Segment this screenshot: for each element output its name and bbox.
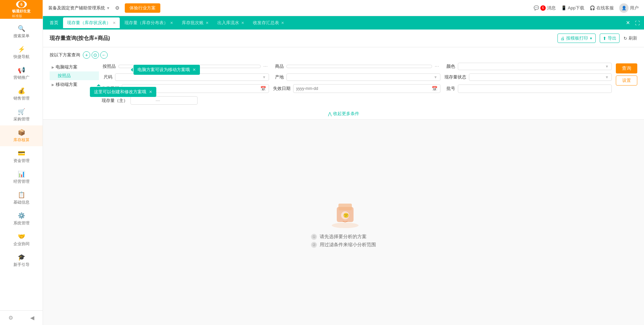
goods-more-icon[interactable]: ··· — [433, 63, 440, 69]
logo-icon: 6 — [16, 1, 27, 8]
expire-date-cal-icon[interactable]: 📅 — [432, 86, 437, 91]
collapse-row[interactable]: ⋀ 收起更多条件 — [50, 108, 637, 119]
top-header-left: 装备及固定资产辅助管理系统 ▼ ⚙ 体验行业方案 — [48, 3, 160, 13]
sidebar-item-enterprise[interactable]: 🤝 企业协同 — [0, 229, 43, 250]
svg-text:6: 6 — [20, 2, 22, 6]
tab-receive-close[interactable]: ✕ — [281, 21, 284, 25]
footer-collapse-btn[interactable]: ◀ — [30, 315, 34, 321]
tab-inv-dist-close[interactable]: ✕ — [170, 21, 173, 25]
empty-tip-1: ① 请先选择要分析的方案 — [311, 234, 376, 240]
back-scheme-btn[interactable]: ← — [100, 51, 108, 59]
app-download-btn[interactable]: 📱 App下载 — [561, 5, 584, 11]
basic-icon: 📋 — [18, 191, 25, 199]
filter-btn-group: + ⊙ ← — [83, 51, 108, 59]
goods-select[interactable] — [286, 65, 432, 68]
color-label: 颜色 — [444, 63, 455, 69]
scheme-pc[interactable]: ▶ 电脑端方案 — [50, 63, 99, 71]
search-btn[interactable]: 查询 — [616, 63, 637, 73]
sidebar-item-system[interactable]: ⚙️ 系统管理 — [0, 209, 43, 229]
tab-inv-status-close[interactable]: ✕ — [113, 21, 116, 25]
tab-flow-close[interactable]: ✕ — [241, 21, 244, 25]
size-dropdown-icon: ▼ — [262, 75, 266, 79]
print-btn[interactable]: 🖨 按模板打印 ▼ — [557, 34, 596, 43]
sidebar-nav: 🔍 搜索菜单 ⚡ 快捷导航 📢 营销推广 💰 销售管理 🛒 采购管理 📦 库存核… — [0, 19, 43, 310]
app-download-label: App下载 — [568, 5, 584, 11]
trial-btn[interactable]: 体验行业方案 — [125, 3, 160, 13]
sidebar-item-inventory[interactable]: 📦 库存核算 — [0, 125, 43, 146]
empty-tips: ① 请先选择要分析的方案 ② 用过滤条件来缩小分析范围 — [311, 234, 376, 248]
inv-amount-to[interactable] — [162, 98, 182, 103]
gear-btn[interactable]: ⚙ — [113, 3, 122, 13]
filter-batch-row: 批号 — [444, 84, 612, 93]
avatar-img: 👤 — [619, 3, 629, 13]
print-icon: 🖨 — [560, 36, 565, 41]
tab-inventory-dist[interactable]: 现存量（库存分布表） ✕ — [120, 17, 177, 28]
sidebar-item-basic[interactable]: 📋 基础信息 — [0, 188, 43, 209]
sidebar-item-marketing[interactable]: 📢 营销推广 — [0, 63, 43, 84]
filter-origin-row: 产地 ▼ — [273, 73, 440, 81]
tooltip-edit-close[interactable]: ✕ — [149, 90, 152, 94]
batch-input-wrap[interactable] — [458, 85, 612, 93]
purchase-icon: 🛒 — [18, 108, 25, 115]
add-scheme-btn[interactable]: + — [83, 51, 90, 59]
user-label: 用户 — [630, 5, 639, 11]
sidebar-item-operations[interactable]: 📊 经营管理 — [0, 167, 43, 188]
reset-btn[interactable]: 设置 — [616, 75, 637, 86]
stock-status-select[interactable]: ▼ — [469, 73, 612, 81]
export-btn[interactable]: ⬆ 导出 — [600, 34, 620, 43]
message-btn[interactable]: 💬 6 消息 — [534, 5, 556, 11]
export-label: 导出 — [608, 35, 616, 41]
tab-receive-summary[interactable]: 收发存汇总表 ✕ — [249, 17, 288, 28]
tab-fullscreen-icon[interactable]: ⛶ — [634, 19, 641, 27]
online-service-btn[interactable]: 🎧 在线客服 — [590, 5, 614, 11]
sidebar-item-sales[interactable]: 💰 销售管理 — [0, 84, 43, 105]
svg-text:😕: 😕 — [343, 213, 349, 218]
tab-in-out-flow[interactable]: 出入库流水 ✕ — [213, 17, 248, 28]
tab-home[interactable]: 首页 — [46, 17, 62, 28]
scheme-pc-label: 电脑端方案 — [56, 64, 77, 70]
empty-state: 😕 ① 请先选择要分析的方案 ② 用过滤条件来缩小分析范围 — [43, 120, 644, 325]
stock-status-label: 现存量状态 — [444, 74, 466, 80]
expire-date-label: 失效日期 — [273, 86, 290, 92]
page-actions: 🖨 按模板打印 ▼ ⬆ 导出 ↻ 刷新 — [557, 34, 637, 43]
tip-text-1: 请先选择要分析的方案 — [320, 234, 367, 240]
tab-batch-account[interactable]: 库存批次账 ✕ — [178, 17, 213, 28]
system-select[interactable]: 装备及固定资产辅助管理系统 ▼ — [48, 5, 110, 11]
sidebar-label-operations: 经营管理 — [13, 179, 30, 184]
tab-close-all-icon[interactable]: ✕ — [625, 18, 632, 27]
tab-bar-right: ✕ ⛶ — [625, 18, 641, 27]
sidebar-item-purchase[interactable]: 🛒 采购管理 — [0, 105, 43, 125]
operations-icon: 📊 — [18, 170, 25, 178]
copy-scheme-btn[interactable]: ⊙ — [92, 51, 99, 59]
batch-field[interactable] — [461, 86, 609, 91]
scheme-default-label: 按照品 — [58, 73, 71, 79]
user-avatar[interactable]: 👤 用户 — [619, 3, 639, 13]
tooltip-pc-text: 电脑方案可设为移动方案哦 — [138, 67, 190, 73]
inv-amount-input[interactable]: — — [130, 96, 198, 105]
sidebar-footer: ⚙ ◀ — [0, 310, 43, 325]
expire-date-field[interactable] — [296, 86, 432, 91]
scheme-default[interactable]: 按照品 — [50, 71, 99, 80]
prod-date-cal-icon[interactable]: 📅 — [260, 86, 266, 91]
sidebar-label-nav: 快捷导航 — [13, 54, 30, 60]
warehouse-more-icon[interactable]: ··· — [262, 63, 269, 69]
inv-amount-from[interactable] — [133, 98, 154, 103]
sidebar-item-search[interactable]: 🔍 搜索菜单 — [0, 21, 43, 42]
sidebar-item-finance[interactable]: 💳 资金管理 — [0, 146, 43, 167]
system-title: 装备及固定资产辅助管理系统 — [48, 5, 105, 11]
pc-arrow-icon: ▶ — [52, 65, 54, 69]
tooltip-pc-close[interactable]: ✕ — [193, 67, 196, 72]
origin-select[interactable]: ▼ — [286, 73, 440, 81]
footer-settings-btn[interactable]: ⚙ — [8, 315, 13, 321]
enterprise-icon: 🤝 — [18, 233, 25, 240]
inv-amount-sep: — — [156, 98, 160, 103]
tab-batch-close[interactable]: ✕ — [206, 21, 209, 25]
message-label: 消息 — [547, 5, 556, 11]
refresh-btn[interactable]: ↻ 刷新 — [624, 35, 637, 41]
sidebar-item-nav[interactable]: ⚡ 快捷导航 — [0, 42, 43, 63]
stock-status-dropdown-icon: ▼ — [605, 75, 609, 79]
expire-date-input[interactable]: 📅 — [293, 84, 440, 93]
tab-inventory-status[interactable]: 现存量（库存状况表） ✕ — [63, 17, 120, 28]
sidebar-item-guide[interactable]: 🎓 新手引导 — [0, 250, 43, 271]
color-select[interactable]: ▼ — [458, 63, 612, 70]
